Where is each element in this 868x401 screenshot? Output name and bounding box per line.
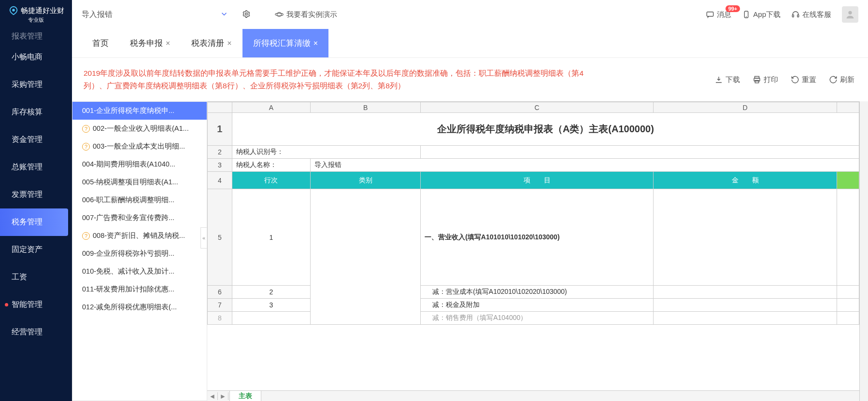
cell[interactable] (653, 189, 837, 286)
taxpayer-name-value[interactable]: 导入报错 (310, 159, 859, 172)
cell[interactable]: 3 (232, 299, 310, 312)
sidebar-item[interactable]: 资金管理 (0, 126, 72, 153)
refresh-button[interactable]: 刷新 (829, 75, 854, 84)
svg-point-8 (848, 11, 852, 14)
col-header[interactable]: A (232, 102, 310, 113)
sidebar-item[interactable]: 经营管理 (0, 318, 72, 346)
cell[interactable]: 1 (232, 189, 310, 286)
search-chevron-down-icon[interactable] (211, 10, 237, 20)
print-icon (753, 75, 761, 84)
row-header[interactable]: 1 (208, 113, 232, 146)
cell[interactable] (837, 286, 859, 299)
sidebar-item[interactable]: 采购管理 (0, 71, 72, 98)
notification-dot-icon (5, 303, 8, 306)
row-header[interactable]: 7 (208, 299, 232, 312)
download-button[interactable]: 下载 (714, 75, 740, 84)
row-header[interactable]: 4 (208, 172, 232, 189)
cell[interactable] (232, 312, 310, 325)
download-icon (714, 75, 723, 84)
row-header[interactable]: 2 (208, 146, 232, 159)
reset-button[interactable]: 重置 (791, 75, 816, 84)
search-area[interactable]: 导入报错 (82, 10, 256, 20)
form-list-item[interactable]: 007-广告费和业务宣传费跨... (72, 209, 207, 227)
sidebar-item[interactable]: 固定资产 (0, 236, 72, 263)
cell[interactable] (653, 299, 837, 312)
messages-button[interactable]: 消息 99+ (706, 10, 731, 19)
row-header[interactable]: 3 (208, 159, 232, 172)
form-list-item[interactable]: 001-企业所得税年度纳税申... (72, 102, 207, 120)
tab-tax-list[interactable]: 税表清册× (181, 29, 242, 57)
collapse-handle[interactable]: « (200, 227, 207, 249)
tab-home[interactable]: 首页 (82, 29, 119, 57)
sidebar-item[interactable]: 库存核算 (0, 98, 72, 126)
cell[interactable] (653, 312, 837, 325)
cell[interactable] (837, 189, 859, 286)
svg-rect-6 (792, 15, 794, 17)
svg-point-1 (245, 13, 248, 15)
table-header: 行次 (232, 172, 310, 189)
tab-bar: 首页 税务申报× 税表清册× 所得税汇算清缴× (72, 29, 868, 58)
col-header[interactable]: D (653, 102, 837, 113)
chat-icon (706, 10, 714, 19)
vertical-scrollbar[interactable] (859, 101, 868, 401)
row-header[interactable]: 5 (208, 189, 232, 286)
scroll-right-icon[interactable]: ► (218, 392, 228, 400)
cell[interactable]: 减：销售费用（填写A104000） (421, 312, 654, 325)
sidebar-item[interactable]: 发票管理 (0, 181, 72, 208)
tab-tax-declare[interactable]: 税务申报× (119, 29, 181, 57)
form-list-item[interactable]: ?008-资产折旧、摊销及纳税... (72, 227, 207, 245)
sidebar-item[interactable]: 总账管理 (0, 153, 72, 181)
form-list-item[interactable]: 012-减免所得税优惠明细表(... (72, 298, 207, 316)
taxpayer-id-value[interactable] (421, 146, 859, 159)
settings-gear-icon[interactable] (237, 10, 256, 20)
cell[interactable]: 一、营业收入(填写A101010\101020\103000) (421, 189, 654, 286)
sheet-tab[interactable]: 主表 (229, 390, 261, 401)
col-header[interactable] (837, 102, 859, 113)
sidebar-item[interactable]: 智能管理 (0, 291, 72, 318)
taxpayer-id-label[interactable]: 纳税人识别号： (232, 146, 420, 159)
close-icon[interactable]: × (227, 39, 231, 48)
row-header[interactable]: 6 (208, 286, 232, 299)
print-button[interactable]: 打印 (753, 75, 778, 84)
form-list-item[interactable]: 004-期间费用明细表(A1040... (72, 155, 207, 173)
sheet-corner[interactable] (208, 102, 232, 113)
scroll-left-icon[interactable]: ◄ (207, 392, 218, 400)
table-header (837, 172, 859, 189)
brand-edition: 专业版 (28, 16, 44, 24)
tab-income-tax[interactable]: 所得税汇算清缴× (242, 29, 328, 57)
sheet-title[interactable]: 企业所得税年度纳税申报表（A类）主表(A100000) (232, 113, 859, 146)
col-header[interactable]: B (310, 102, 420, 113)
person-icon (845, 9, 855, 20)
form-list-item[interactable]: 011-研发费用加计扣除优惠... (72, 280, 207, 298)
spreadsheet: A B C D 1 企业所得税年度纳税申报表（A类）主表(A100000) 2 … (207, 101, 859, 401)
help-icon: ? (82, 125, 90, 133)
app-download-button[interactable]: App下载 (742, 10, 781, 19)
sidebar-item[interactable]: 报表管理 (0, 29, 72, 43)
cell[interactable] (837, 312, 859, 325)
close-icon[interactable]: × (166, 39, 170, 48)
form-list-item[interactable]: ?002-一般企业收入明细表(A1... (72, 120, 207, 138)
cell-category[interactable] (310, 189, 420, 325)
form-list-item[interactable]: 009-企业所得税弥补亏损明... (72, 245, 207, 263)
cell[interactable] (837, 299, 859, 312)
cell[interactable]: 减：营业成本(填写A102010\102020\103000) (421, 286, 654, 299)
form-list-item[interactable]: 010-免税、减计收入及加计... (72, 263, 207, 280)
phone-icon (742, 10, 751, 19)
form-list-item[interactable]: ?003-一般企业成本支出明细... (72, 138, 207, 155)
taxpayer-name-label[interactable]: 纳税人名称： (232, 159, 310, 172)
form-list-item[interactable]: 005-纳税调整项目明细表(A1... (72, 173, 207, 191)
col-header[interactable]: C (421, 102, 654, 113)
sidebar-item-tax[interactable]: 税务管理 (0, 208, 68, 236)
sidebar-item[interactable]: 小畅电商 (0, 43, 72, 71)
form-list-item[interactable]: 006-职工薪酬纳税调整明细... (72, 191, 207, 209)
customer-service-button[interactable]: 在线客服 (791, 10, 831, 19)
cell[interactable] (653, 286, 837, 299)
cell[interactable]: 减：税金及附加 (421, 299, 654, 312)
cell[interactable]: 2 (232, 286, 310, 299)
demo-link[interactable]: 我要看实例演示 (275, 10, 337, 19)
close-icon[interactable]: × (313, 39, 318, 48)
user-avatar[interactable] (842, 6, 858, 23)
refresh-icon (829, 75, 838, 84)
sidebar-item[interactable]: 工资 (0, 263, 72, 291)
row-header[interactable]: 8 (208, 312, 232, 325)
